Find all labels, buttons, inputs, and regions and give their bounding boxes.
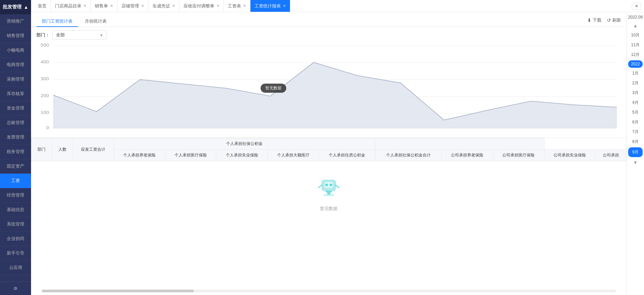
svg-text:100: 100 — [41, 110, 49, 115]
main-area: 首页 门店商品目录 ✕ 销售单 ✕ 店铺管理 ✕ 生成凭证 ✕ 应收应付调整单 … — [31, 0, 644, 295]
refresh-icon: ↺ — [607, 18, 611, 23]
date-year-2022[interactable]: 2022 — [628, 60, 643, 68]
dept-label: 部门： — [36, 32, 50, 38]
tab-payroll-sheet[interactable]: 工资表 ✕ — [224, 0, 250, 12]
th-company-pension: 公司承担养老保险 — [441, 150, 493, 161]
date-mar[interactable]: 3月 — [627, 88, 644, 98]
sidebar: 批发管理 ▲ 营销推广 销售管理 小畅电商 电商管理 采购管理 库存核算 资金管… — [0, 0, 31, 295]
page-content: 部门工资统计表 月份统计表 ⬇ 下载 ↺ 刷新 — [31, 12, 626, 295]
tab-bar-actions: ✕ — [632, 3, 641, 9]
sidebar-item-fixed-assets[interactable]: 固定资产 — [0, 159, 31, 174]
dept-select[interactable]: 全部 ▾ — [52, 30, 106, 40]
th-total-salary: 应发工资合计 — [73, 138, 114, 161]
sidebar-item-payroll[interactable]: 工资 — [0, 174, 31, 188]
tab-close-voucher[interactable]: ✕ — [172, 4, 175, 8]
sidebar-title: 批发管理 — [3, 4, 22, 10]
sidebar-item-ecommerce[interactable]: 电商管理 — [0, 58, 31, 72]
line-chart: 500 400 300 200 100 0 — [36, 43, 621, 131]
settings-icon: ⚙ — [14, 286, 18, 291]
empty-illustration — [315, 175, 342, 202]
svg-text:200: 200 — [41, 93, 49, 98]
date-year-display: 2022.09 — [627, 13, 644, 21]
th-count: 人数 — [52, 138, 73, 161]
sidebar-item-inventory[interactable]: 库存核算 — [0, 87, 31, 101]
tab-store-catalog[interactable]: 门店商品目录 ✕ — [51, 0, 91, 12]
date-nov[interactable]: 11月 — [627, 40, 644, 50]
tab-close-payroll-report[interactable]: ✕ — [283, 4, 286, 8]
svg-text:0: 0 — [46, 125, 49, 130]
scrollbar-thumb[interactable] — [42, 290, 194, 292]
tab-close-ar-ap[interactable]: ✕ — [216, 4, 219, 8]
date-may[interactable]: 5月 — [627, 108, 644, 117]
date-jan[interactable]: 1月 — [627, 68, 644, 78]
sidebar-item-invoice[interactable]: 发票管理 — [0, 130, 31, 145]
sidebar-item-purchase[interactable]: 采购管理 — [0, 72, 31, 87]
date-jul[interactable]: 7月 — [627, 127, 644, 137]
tab-home[interactable]: 首页 — [34, 0, 51, 12]
tab-close-payroll-sheet[interactable]: ✕ — [243, 4, 246, 8]
svg-point-14 — [325, 183, 328, 186]
tab-close-sales-order[interactable]: ✕ — [110, 4, 113, 8]
sub-tab-month[interactable]: 月份统计表 — [79, 16, 112, 27]
sidebar-item-ecommerce-small[interactable]: 小畅电商 — [0, 43, 31, 58]
svg-text:300: 300 — [41, 77, 49, 81]
sidebar-item-operations[interactable]: 经营管理 — [0, 188, 31, 203]
empty-state: 暂无数据 — [31, 161, 626, 225]
close-all-button[interactable]: ✕ — [632, 3, 641, 9]
svg-rect-16 — [325, 191, 332, 193]
sub-tab-dept[interactable]: 部门工资统计表 — [36, 16, 78, 27]
sidebar-item-newbie[interactable]: 新手引导 — [0, 246, 31, 261]
svg-point-15 — [329, 183, 332, 186]
th-personal-unemployment: 个人承担失业保险 — [216, 150, 268, 161]
date-oct[interactable]: 10月 — [627, 30, 644, 40]
tab-close-store-mgmt[interactable]: ✕ — [141, 4, 144, 8]
sidebar-item-marketing[interactable]: 营销推广 — [0, 14, 31, 29]
content-area: 部门工资统计表 月份统计表 ⬇ 下载 ↺ 刷新 — [31, 12, 644, 295]
filter-left: 部门： 全部 ▾ — [36, 30, 106, 40]
svg-line-20 — [336, 185, 339, 187]
sidebar-toggle-icon: ▲ — [24, 4, 28, 10]
date-aug[interactable]: 8月 — [627, 137, 644, 147]
tab-sales-order[interactable]: 销售单 ✕ — [91, 0, 117, 12]
chart-container: 500 400 300 200 100 0 — [31, 43, 626, 138]
th-personal-total: 个人承担社保公积金合计 — [375, 150, 441, 161]
th-company-unemployment: 公司承担失业保险 — [544, 150, 595, 161]
refresh-button[interactable]: ↺ 刷新 — [607, 17, 621, 23]
tab-payroll-report[interactable]: 工资统计报表 ✕ — [250, 0, 290, 12]
th-company-insurance — [375, 138, 544, 150]
date-nav-up[interactable]: ▲ — [631, 21, 640, 30]
date-jun[interactable]: 6月 — [627, 117, 644, 127]
svg-line-19 — [319, 185, 322, 187]
date-sep[interactable]: 9月 — [628, 147, 643, 157]
tab-voucher[interactable]: 生成凭证 ✕ — [149, 0, 180, 12]
th-personal-insurance: 个人承担社保公积金 — [114, 138, 375, 150]
scrollbar-container — [31, 288, 626, 295]
date-nav-down[interactable]: ▼ — [631, 158, 640, 167]
sidebar-item-sales[interactable]: 销售管理 — [0, 29, 31, 43]
svg-rect-18 — [323, 195, 334, 196]
sidebar-item-system[interactable]: 系统管理 — [0, 217, 31, 232]
sidebar-item-enterprise[interactable]: 企业协同 — [0, 232, 31, 246]
sub-tabs: 部门工资统计表 月份统计表 ⬇ 下载 ↺ 刷新 — [31, 12, 626, 27]
horizontal-scrollbar[interactable] — [42, 290, 616, 292]
svg-text:400: 400 — [41, 60, 49, 64]
sidebar-item-cloud[interactable]: 云应用 — [0, 261, 31, 275]
table-container: 部门 人数 应发工资合计 个人承担社保公积金 个人承担养老保险 个人承担医疗保险… — [31, 138, 626, 288]
tab-ar-ap[interactable]: 应收应付调整单 ✕ — [180, 0, 224, 12]
sidebar-item-tax[interactable]: 税务管理 — [0, 145, 31, 159]
th-dept: 部门 — [31, 138, 52, 161]
sidebar-item-basic-info[interactable]: 基础信息 — [0, 203, 31, 217]
th-personal-major-medical: 个人承担大额医疗 — [268, 150, 319, 161]
download-icon: ⬇ — [587, 18, 591, 23]
date-apr[interactable]: 4月 — [627, 98, 644, 108]
tab-bar: 首页 门店商品目录 ✕ 销售单 ✕ 店铺管理 ✕ 生成凭证 ✕ 应收应付调整单 … — [31, 0, 644, 12]
sidebar-item-ledger[interactable]: 总账管理 — [0, 116, 31, 130]
sidebar-header[interactable]: 批发管理 ▲ — [0, 0, 31, 14]
sidebar-settings[interactable]: ⚙ — [0, 282, 31, 295]
sidebar-item-finance[interactable]: 资金管理 — [0, 101, 31, 116]
tab-store-mgmt[interactable]: 店铺管理 ✕ — [117, 0, 149, 12]
tab-close-store-catalog[interactable]: ✕ — [83, 4, 86, 8]
date-dec[interactable]: 12月 — [627, 50, 644, 60]
date-feb[interactable]: 2月 — [627, 78, 644, 88]
download-button[interactable]: ⬇ 下载 — [587, 17, 601, 23]
